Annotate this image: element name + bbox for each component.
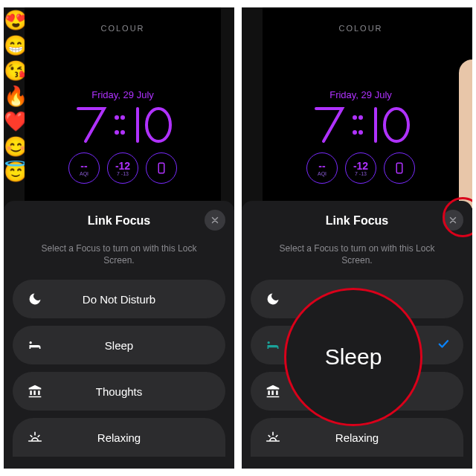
close-icon: [210, 215, 220, 225]
bank-icon: [26, 384, 44, 399]
lockscreen-date: Friday, 29 July: [263, 89, 459, 100]
sunrise-icon: [26, 430, 44, 445]
svg-point-10: [385, 109, 408, 141]
editor-tab-colour[interactable]: COLOUR: [263, 24, 459, 33]
focus-option-thoughts[interactable]: Thoughts: [13, 372, 225, 411]
lockscreen-time: [25, 103, 221, 147]
widget-aqi[interactable]: -- AQI: [306, 152, 338, 184]
focus-option-label: Sleep: [44, 339, 212, 352]
svg-point-3: [120, 130, 125, 135]
lockscreen-preview: COLOUR Friday, 29 July: [263, 7, 459, 208]
svg-point-6: [353, 115, 357, 120]
lockscreen-widgets: -- AQI -12 7 -13: [263, 152, 459, 184]
lockscreen-time: [263, 103, 459, 147]
sheet-subtitle: Select a Focus to turn on with this Lock…: [30, 242, 208, 266]
link-focus-sheet: Link Focus Select a Focus to turn on wit…: [4, 201, 234, 469]
lockscreen-date: Friday, 29 July: [25, 89, 221, 100]
emoji: 😘: [4, 58, 25, 83]
bed-icon: [26, 338, 44, 353]
emoji: 😇: [4, 159, 25, 184]
lockscreen-preview: COLOUR Friday, 29 July: [25, 7, 221, 208]
sheet-title: Link Focus: [88, 214, 150, 228]
editor-tab-colour[interactable]: COLOUR: [25, 24, 221, 33]
wallpaper-left-strip: 😍 😁 😘 🔥 ❤️ 😊 😇: [4, 7, 25, 208]
sheet-subtitle: Select a Focus to turn on with this Lock…: [268, 242, 446, 266]
focus-list: Do Not Disturb Sleep Thoughts: [13, 280, 225, 457]
svg-rect-11: [396, 163, 402, 173]
bed-icon: [264, 338, 282, 353]
widget-weather[interactable]: -12 7 -13: [345, 152, 376, 184]
highlight-zoom-sleep: Sleep: [286, 290, 420, 424]
emoji: 🔥: [4, 83, 25, 109]
svg-point-4: [147, 109, 170, 141]
svg-point-8: [358, 115, 363, 120]
focus-option-relaxing[interactable]: Relaxing: [13, 418, 225, 457]
bank-icon: [264, 384, 282, 399]
focus-option-label: Relaxing: [44, 431, 212, 444]
focus-option-label: Do Not Disturb: [44, 293, 212, 306]
lockscreen-widgets: -- AQI -12 7 -13: [25, 152, 221, 184]
emoji: ❤️: [4, 109, 25, 134]
sunrise-icon: [264, 430, 282, 445]
screenshot-right: COLOUR Friday, 29 July: [242, 7, 472, 469]
svg-point-2: [120, 115, 125, 120]
svg-point-9: [358, 130, 363, 135]
wallpaper-right-strip: [221, 7, 234, 208]
focus-option-sleep[interactable]: Sleep: [13, 326, 225, 364]
svg-point-1: [115, 130, 119, 135]
widget-phone[interactable]: [146, 152, 177, 184]
wallpaper-left-strip: [242, 7, 263, 208]
svg-point-0: [115, 115, 119, 120]
focus-option-dnd[interactable]: Do Not Disturb: [13, 280, 225, 318]
moon-icon: [26, 292, 44, 306]
zoom-label: Sleep: [325, 344, 382, 370]
focus-option-label: Relaxing: [282, 431, 450, 444]
emoji: 😁: [4, 33, 25, 58]
wallpaper-right-strip: [459, 60, 472, 208]
focus-option-relaxing[interactable]: Relaxing: [251, 418, 463, 457]
emoji: 😊: [4, 134, 25, 159]
svg-point-7: [353, 130, 357, 135]
widget-phone[interactable]: [384, 152, 415, 184]
close-button[interactable]: [205, 210, 225, 231]
close-icon: [448, 215, 458, 225]
sheet-title: Link Focus: [326, 214, 388, 228]
emoji: 😍: [4, 7, 25, 33]
focus-option-label: Thoughts: [44, 385, 212, 398]
check-icon: [437, 337, 450, 353]
screenshot-left: 😍 😁 😘 🔥 ❤️ 😊 😇 COLOUR Friday, 29 July: [4, 7, 234, 469]
widget-weather[interactable]: -12 7 -13: [107, 152, 138, 184]
close-button[interactable]: [443, 210, 463, 231]
widget-aqi[interactable]: -- AQI: [68, 152, 100, 184]
svg-rect-5: [158, 163, 164, 173]
moon-icon: [264, 292, 282, 306]
